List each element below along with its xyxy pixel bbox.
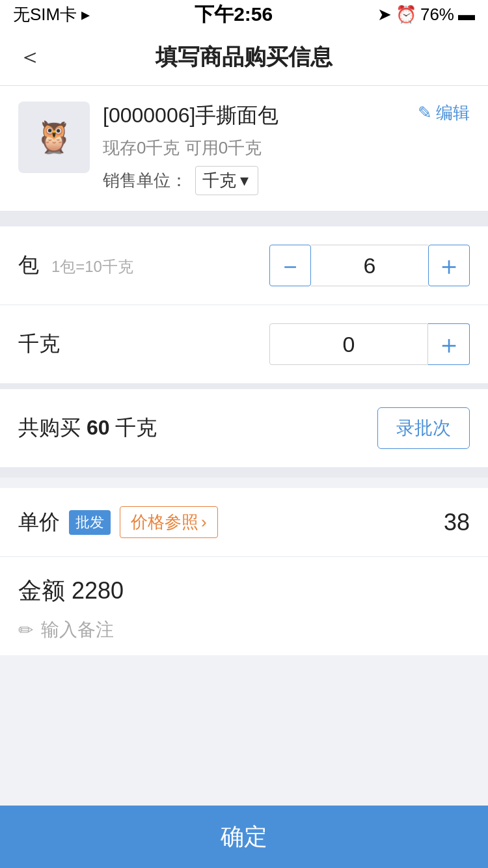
confirm-button[interactable]: 确定 xyxy=(0,806,488,868)
dropdown-arrow-icon: ▾ xyxy=(240,170,249,191)
battery-icon: ▬ xyxy=(458,5,475,25)
product-name: [0000006]手撕面包 xyxy=(103,102,278,130)
unit-dropdown[interactable]: 千克 ▾ xyxy=(195,166,258,195)
package-label: 包 1包=10千克 xyxy=(18,251,269,280)
package-decrement-button[interactable]: － xyxy=(269,245,311,286)
package-hint: 1包=10千克 xyxy=(51,258,133,275)
amount-section: 金额 2280 ✏ 输入备注 xyxy=(0,556,488,655)
pencil-icon: ✏ xyxy=(18,619,33,641)
package-increment-button[interactable]: ＋ xyxy=(428,245,470,286)
status-time: 下午2:56 xyxy=(195,1,273,28)
edit-icon: ✎ xyxy=(418,103,432,123)
unit-value: 千克 xyxy=(202,169,236,192)
kg-row: 千克 ＋ xyxy=(0,305,488,384)
location-icon: ➤ xyxy=(377,5,392,25)
price-value: 38 xyxy=(444,509,470,536)
sim-label: 无SIM卡 ▸ xyxy=(13,3,90,26)
total-amount-value: 60 xyxy=(87,416,110,439)
product-image: 🦉 xyxy=(18,102,90,173)
total-text: 共购买 60 千克 xyxy=(18,414,157,442)
alarm-icon: ⏰ xyxy=(396,5,416,25)
wholesale-badge: 批发 xyxy=(69,510,111,535)
status-bar: 无SIM卡 ▸ 下午2:56 ➤ ⏰ 76% ▬ xyxy=(0,0,488,29)
price-ref-arrow-icon: › xyxy=(201,512,207,532)
product-logo-icon: 🦉 xyxy=(34,119,74,156)
price-section: 单价 批发 价格参照 › 38 xyxy=(0,488,488,556)
package-qty-control: － ＋ xyxy=(269,245,470,286)
page-title: 填写商品购买信息 xyxy=(156,42,332,72)
section-divider-2 xyxy=(0,467,488,478)
status-left: 无SIM卡 ▸ xyxy=(13,3,90,26)
package-qty-input[interactable] xyxy=(311,245,428,286)
amount-label: 金额 xyxy=(18,577,65,604)
unit-label: 销售单位： xyxy=(103,169,187,192)
kg-label: 千克 xyxy=(18,330,269,359)
product-stock: 现存0千克 可用0千克 xyxy=(103,137,470,159)
total-unit-value: 千克 xyxy=(115,416,157,439)
section-divider-1 xyxy=(0,216,488,226)
remark-placeholder: 输入备注 xyxy=(41,617,114,642)
input-section: 包 1包=10千克 － ＋ 千克 ＋ xyxy=(0,226,488,384)
total-row: 共购买 60 千克 录批次 xyxy=(0,384,488,467)
batch-button[interactable]: 录批次 xyxy=(377,407,470,449)
back-button[interactable]: ＜ xyxy=(18,41,42,73)
product-info: [0000006]手撕面包 ✎ 编辑 现存0千克 可用0千克 销售单位： 千克 … xyxy=(103,102,470,195)
amount-row: 金额 2280 xyxy=(18,575,470,607)
product-card: 🦉 [0000006]手撕面包 ✎ 编辑 现存0千克 可用0千克 销售单位： 千… xyxy=(0,86,488,216)
price-ref-label: 价格参照 xyxy=(131,511,198,534)
price-label: 单价 批发 价格参照 › xyxy=(18,506,218,538)
product-unit: 销售单位： 千克 ▾ xyxy=(103,166,470,195)
edit-label: 编辑 xyxy=(436,102,470,124)
battery-label: 76% xyxy=(420,5,454,25)
kg-increment-button[interactable]: ＋ xyxy=(428,323,470,365)
amount-value-number: 2280 xyxy=(72,577,124,604)
package-row: 包 1包=10千克 － ＋ xyxy=(0,226,488,305)
total-prefix: 共购买 xyxy=(18,416,81,439)
kg-qty-control: ＋ xyxy=(269,323,470,365)
price-reference-button[interactable]: 价格参照 › xyxy=(120,506,218,538)
edit-button[interactable]: ✎ 编辑 xyxy=(418,102,470,124)
remark-row[interactable]: ✏ 输入备注 xyxy=(18,617,470,642)
status-right: ➤ ⏰ 76% ▬ xyxy=(377,5,475,25)
nav-bar: ＜ 填写商品购买信息 xyxy=(0,29,488,86)
price-text: 单价 xyxy=(18,508,60,537)
kg-qty-input[interactable] xyxy=(269,323,428,365)
